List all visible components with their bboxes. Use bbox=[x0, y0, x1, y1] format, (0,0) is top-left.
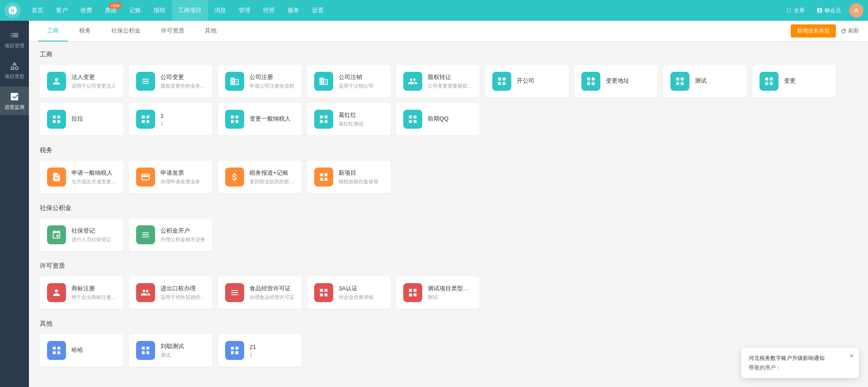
refresh-button[interactable]: 刷新 bbox=[840, 27, 859, 35]
card-desc-one: 1 bbox=[160, 121, 205, 126]
card-ceshi[interactable]: 测试 bbox=[663, 65, 747, 98]
nav-menu: 首页 客户 收费 票据 new 记账 报税 工商项目 消息 管理 经营 服务 设… bbox=[25, 0, 782, 21]
tab-gongshang[interactable]: 工商 bbox=[38, 21, 68, 42]
svg-rect-5 bbox=[592, 78, 594, 80]
card-biangeng-dizhi[interactable]: 变更地址 bbox=[574, 65, 658, 98]
nav-business[interactable]: 工商项目 bbox=[172, 0, 208, 21]
section-qita: 其他 哈哈 bbox=[40, 320, 857, 367]
card-jinchukou[interactable]: 进出口权办理 适用于对外贸易经营者 bbox=[129, 276, 212, 309]
svg-rect-57 bbox=[236, 347, 238, 350]
nav-settings[interactable]: 设置 bbox=[306, 0, 330, 21]
card-liucong-ceshi[interactable]: 刘聪测试 测试 bbox=[129, 334, 212, 367]
card-desc-xin-xiangmu: 报税加税控盘保管 bbox=[339, 178, 383, 185]
svg-rect-20 bbox=[142, 116, 145, 118]
svg-rect-28 bbox=[320, 116, 323, 118]
svg-rect-15 bbox=[765, 82, 768, 85]
card-desc-fazren: 适用于公司变更法人 bbox=[71, 83, 116, 89]
card-xin-xiangmu[interactable]: 新项目 报税加税控盘保管 bbox=[307, 161, 391, 193]
nav-tax[interactable]: 报税 bbox=[147, 0, 172, 21]
card-shipin-xuke[interactable]: 食品经营许可证 办理食品经营许可证 bbox=[218, 276, 302, 309]
sidebar-item-project-management[interactable]: 项目管理 bbox=[0, 25, 29, 54]
card-icon-shebao bbox=[47, 225, 66, 244]
card-biangeng-yiban[interactable]: 变更一般纳税人 bbox=[218, 103, 302, 135]
svg-rect-22 bbox=[146, 120, 149, 123]
card-gongsi-zhuxiao[interactable]: 公司注销 适用于注销公司 bbox=[307, 65, 391, 98]
card-haha[interactable]: 哈哈 bbox=[40, 334, 123, 367]
tab-qita[interactable]: 其他 bbox=[196, 21, 226, 42]
card-kai-gongsi[interactable]: 开公司 bbox=[485, 65, 569, 98]
card-3a-renzheng[interactable]: 3A认证 对企业信誉评级 bbox=[307, 276, 391, 309]
nav-bill[interactable]: 票据 new bbox=[99, 0, 123, 21]
svg-rect-55 bbox=[142, 351, 145, 354]
svg-rect-32 bbox=[409, 116, 412, 118]
notification-content: 尊敬的用户： bbox=[749, 364, 852, 372]
card-name-gongjijin: 公积金开户 bbox=[160, 227, 205, 235]
card-icon-shenqing-yiban bbox=[47, 168, 66, 187]
card-gongsi-zhuce[interactable]: 公司注册 申请公司注册全流程 bbox=[218, 65, 302, 98]
fullscreen-btn[interactable]: 全屏 bbox=[782, 5, 808, 16]
card-gongjijin-kaihu[interactable]: 公积金开户 办理公积金相关业务 bbox=[129, 219, 212, 251]
nav-home[interactable]: 首页 bbox=[25, 0, 50, 21]
card-name-ceshi: 测试 bbox=[695, 77, 740, 85]
card-desc-jinchukou: 适用于对外贸易经营者 bbox=[160, 294, 205, 301]
tab-shuiwu[interactable]: 税务 bbox=[70, 21, 100, 42]
nav-customer[interactable]: 客户 bbox=[50, 0, 74, 21]
svg-rect-16 bbox=[53, 116, 56, 118]
svg-rect-33 bbox=[414, 116, 416, 118]
card-one[interactable]: 1 1 bbox=[129, 103, 212, 135]
card-biangeng2[interactable]: 变更 bbox=[752, 65, 836, 98]
svg-rect-19 bbox=[53, 120, 56, 123]
nav-manage[interactable]: 管理 bbox=[232, 0, 257, 21]
card-guquan-zhuanrang[interactable]: 股权转让 公司变更需要股权转让 bbox=[396, 65, 480, 98]
nav-service[interactable]: 服务 bbox=[281, 0, 306, 21]
nav-bookkeeping[interactable]: 记账 bbox=[123, 0, 147, 21]
card-shangbiao-zhuce[interactable]: 商标注册 用于企业商标注册服务 bbox=[40, 276, 123, 309]
sidebar-item-project-type[interactable]: 项目类型 bbox=[0, 56, 29, 84]
sidebar-label-progress-monitor: 进度监测 bbox=[5, 104, 24, 111]
card-desc-baodao: 拿到营业执照的新公司 bbox=[250, 178, 294, 185]
svg-rect-31 bbox=[320, 120, 323, 123]
card-shuiwu-baodao[interactable]: 税务报道+记账 拿到营业执照的新公司 bbox=[218, 161, 302, 193]
card-desc-shenqing-yiban: 当月或次月成变更完成 bbox=[71, 178, 116, 185]
card-shebao-dengji[interactable]: 社保登记 进行人员社保登记 bbox=[40, 219, 123, 251]
project-type-icon bbox=[9, 61, 20, 71]
svg-rect-52 bbox=[142, 347, 145, 350]
card-lala[interactable]: 拉拉 bbox=[40, 103, 123, 135]
project-management-icon bbox=[9, 30, 20, 41]
card-gehonghong[interactable]: 葛红红 葛红红测试 bbox=[307, 103, 391, 135]
card-name-kai-gongsi: 开公司 bbox=[517, 77, 561, 85]
tab-xuke[interactable]: 许可资质 bbox=[152, 21, 193, 42]
svg-rect-42 bbox=[325, 294, 327, 296]
card-icon-guquan bbox=[403, 72, 422, 91]
logo[interactable] bbox=[5, 2, 21, 19]
card-shenqing-fapiao[interactable]: 申请发票 办理申请发票业务 bbox=[129, 161, 212, 193]
section-title-xuke: 许可资质 bbox=[40, 262, 857, 270]
member-btn[interactable]: 畅会员 bbox=[813, 5, 844, 16]
card-gongsi-biangeng[interactable]: 公司变更 股权变更外的业务变更 bbox=[129, 65, 212, 98]
card-icon-shipin bbox=[225, 283, 244, 302]
card-qianqi-qq[interactable]: 前期QQ bbox=[396, 103, 480, 135]
avatar[interactable]: A bbox=[849, 3, 863, 18]
card-name-fapiao: 申请发票 bbox=[160, 169, 205, 177]
notification-close-btn[interactable]: ✕ bbox=[849, 352, 854, 359]
new-type-button[interactable]: 新增业务类型 bbox=[791, 24, 836, 37]
svg-rect-13 bbox=[770, 78, 773, 80]
card-icon-fazren bbox=[47, 72, 66, 91]
card-desc-zhuxiao: 适用于注销公司 bbox=[339, 83, 383, 89]
nav-operation[interactable]: 经营 bbox=[257, 0, 281, 21]
card-desc-liucong: 测试 bbox=[160, 352, 205, 359]
card-icon-kai-gongsi bbox=[492, 72, 511, 91]
card-fazren-biangeng[interactable]: 法人变更 适用于公司变更法人 bbox=[40, 65, 123, 98]
svg-rect-56 bbox=[231, 347, 234, 350]
sidebar-item-progress-monitor[interactable]: 进度监测 bbox=[0, 87, 29, 115]
nav-charge[interactable]: 收费 bbox=[74, 0, 99, 21]
tab-shebao[interactable]: 社保公积金 bbox=[102, 21, 150, 42]
new-badge: new bbox=[109, 3, 121, 9]
card-desc-21: 1 bbox=[250, 352, 294, 357]
card-shenqing-yiban[interactable]: 申请一般纳税人 当月或次月成变更完成 bbox=[40, 161, 123, 193]
card-name-shangbiao: 商标注册 bbox=[71, 284, 116, 293]
nav-message[interactable]: 消息 bbox=[208, 0, 232, 21]
progress-monitor-icon bbox=[9, 91, 20, 102]
card-21[interactable]: 21 1 bbox=[218, 334, 302, 367]
card-ceshi-leixing[interactable]: 测试项目类型目定义 测试 bbox=[396, 276, 480, 309]
